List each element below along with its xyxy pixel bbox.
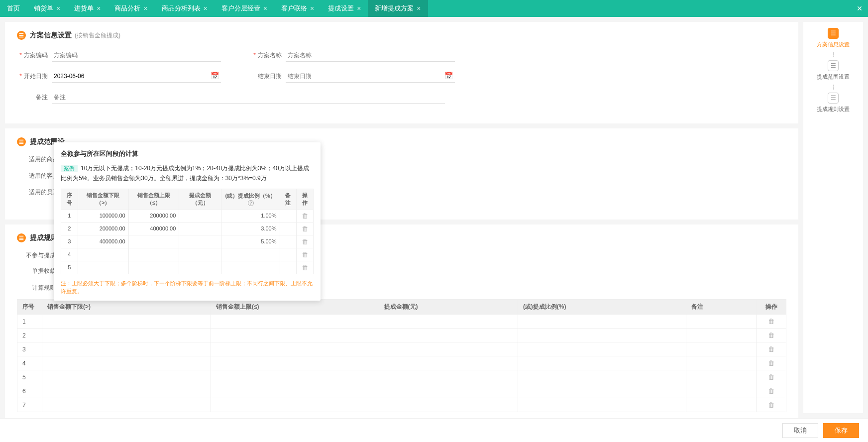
table-cell[interactable]	[686, 342, 756, 356]
table-cell[interactable]	[686, 356, 756, 370]
trash-icon[interactable]: 🗑	[768, 318, 774, 325]
table-cell[interactable]	[686, 315, 756, 329]
table-cell[interactable]	[686, 329, 756, 342]
table-cell[interactable]	[379, 398, 518, 412]
tab-首页[interactable]: 首页	[0, 0, 27, 17]
table-cell[interactable]: 6	[17, 384, 42, 398]
table-cell[interactable]	[518, 329, 686, 342]
help-icon[interactable]: ?	[248, 200, 254, 206]
table-cell[interactable]	[211, 370, 379, 384]
table-cell[interactable]	[42, 329, 211, 342]
end-date-input[interactable]	[286, 70, 455, 83]
tab-商品分析[interactable]: 商品分析×	[108, 0, 154, 17]
table-cell[interactable]: 2	[17, 329, 42, 342]
table-cell	[128, 261, 179, 274]
plan-code-input[interactable]	[52, 49, 221, 62]
table-cell[interactable]	[518, 384, 686, 398]
table-cell[interactable]: 7	[17, 398, 42, 412]
trash-icon[interactable]: 🗑	[302, 251, 308, 258]
tab-close-icon[interactable]: ×	[56, 4, 60, 12]
table-cell[interactable]	[518, 356, 686, 370]
tab-客户分层经营[interactable]: 客户分层经营×	[215, 0, 274, 17]
table-cell	[221, 261, 280, 274]
table-cell[interactable]	[211, 315, 379, 329]
table-row[interactable]: 6🗑	[17, 384, 786, 398]
table-row[interactable]: 3🗑	[17, 342, 786, 356]
tab-新增提成方案[interactable]: 新增提成方案×	[368, 0, 428, 17]
table-cell[interactable]: 5	[17, 370, 42, 384]
side-nav-item[interactable]: ☰提成范围设置	[817, 60, 850, 81]
trash-icon[interactable]: 🗑	[302, 212, 308, 220]
table-cell[interactable]	[379, 356, 518, 370]
tab-商品分析列表[interactable]: 商品分析列表×	[155, 0, 215, 17]
table-cell: 4	[61, 248, 78, 261]
table-cell[interactable]	[42, 356, 211, 370]
main-th: 操作	[757, 300, 786, 315]
tab-close-icon[interactable]: ×	[204, 4, 208, 12]
table-cell[interactable]	[686, 384, 756, 398]
table-cell[interactable]	[518, 398, 686, 412]
table-cell[interactable]	[379, 315, 518, 329]
tab-销货单[interactable]: 销货单×	[27, 0, 67, 17]
trash-icon[interactable]: 🗑	[768, 401, 774, 409]
tab-close-icon[interactable]: ×	[310, 4, 314, 12]
table-cell[interactable]	[379, 370, 518, 384]
label-remark: 备注	[17, 93, 52, 102]
trash-icon[interactable]: 🗑	[768, 332, 774, 339]
table-row[interactable]: 2🗑	[17, 329, 786, 342]
trash-icon[interactable]: 🗑	[768, 387, 774, 395]
tab-提成设置[interactable]: 提成设置×	[321, 0, 368, 17]
tab-close-icon[interactable]: ×	[97, 4, 101, 12]
table-cell[interactable]: 3	[17, 342, 42, 356]
table-cell[interactable]	[42, 370, 211, 384]
table-cell[interactable]	[686, 370, 756, 384]
side-nav-item[interactable]: ☰方案信息设置	[817, 28, 850, 48]
table-cell[interactable]	[518, 315, 686, 329]
table-cell[interactable]	[211, 329, 379, 342]
table-cell	[179, 209, 221, 222]
table-cell[interactable]: 4	[17, 356, 42, 370]
table-cell: 200000.00	[78, 222, 128, 235]
table-cell[interactable]	[379, 342, 518, 356]
table-cell[interactable]	[211, 356, 379, 370]
trash-icon[interactable]: 🗑	[768, 373, 774, 381]
table-cell[interactable]	[518, 342, 686, 356]
table-cell[interactable]	[686, 398, 756, 412]
trash-icon[interactable]: 🗑	[768, 359, 774, 367]
table-cell[interactable]	[211, 384, 379, 398]
table-cell[interactable]	[42, 342, 211, 356]
table-row: 4🗑	[61, 248, 314, 261]
tab-close-icon[interactable]: ×	[357, 4, 361, 12]
table-cell	[179, 248, 221, 261]
table-cell[interactable]: 1	[17, 315, 42, 329]
table-row[interactable]: 5🗑	[17, 370, 786, 384]
table-row[interactable]: 1🗑	[17, 315, 786, 329]
table-cell[interactable]	[379, 329, 518, 342]
plan-name-input[interactable]	[286, 49, 455, 62]
table-cell[interactable]	[211, 398, 379, 412]
trash-icon[interactable]: 🗑	[302, 225, 308, 232]
tab-close-icon[interactable]: ×	[143, 4, 147, 12]
table-row[interactable]: 4🗑	[17, 356, 786, 370]
close-icon[interactable]: ×	[851, 0, 868, 17]
table-cell[interactable]	[379, 384, 518, 398]
remark-input[interactable]	[52, 91, 445, 104]
table-cell[interactable]	[42, 384, 211, 398]
tab-close-icon[interactable]: ×	[263, 4, 267, 12]
tab-客户联络[interactable]: 客户联络×	[274, 0, 321, 17]
table-cell[interactable]	[211, 342, 379, 356]
section-icon: ☰	[828, 28, 839, 39]
table-cell	[280, 235, 297, 248]
trash-icon[interactable]: 🗑	[768, 345, 774, 353]
table-cell: 5.00%	[221, 235, 280, 248]
side-nav-item[interactable]: ☰提成规则设置	[817, 93, 850, 113]
table-cell[interactable]	[518, 370, 686, 384]
table-cell[interactable]	[42, 398, 211, 412]
tab-close-icon[interactable]: ×	[417, 4, 421, 12]
tab-进货单[interactable]: 进货单×	[67, 0, 108, 17]
trash-icon[interactable]: 🗑	[302, 264, 308, 271]
table-cell[interactable]	[42, 315, 211, 329]
table-row[interactable]: 7🗑	[17, 398, 786, 412]
trash-icon[interactable]: 🗑	[302, 238, 308, 245]
start-date-input[interactable]	[52, 70, 221, 83]
